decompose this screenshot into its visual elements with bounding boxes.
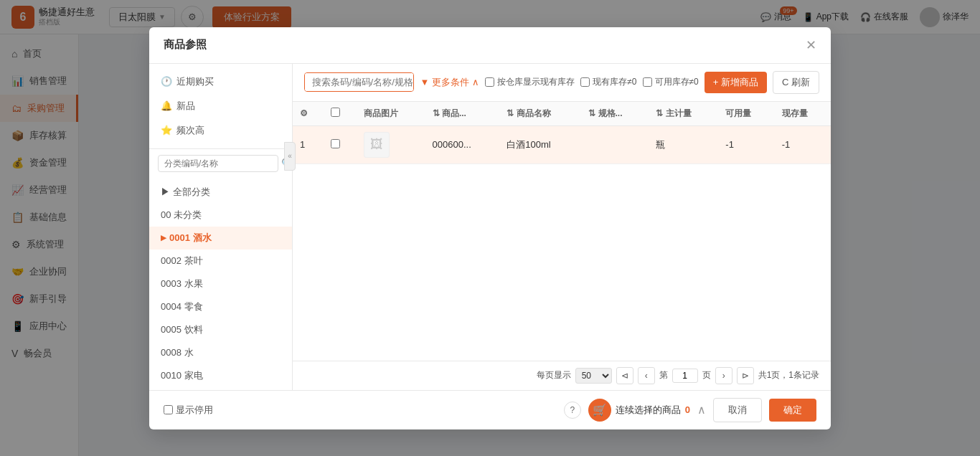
- tab-frequent-label: 频次高: [176, 124, 204, 137]
- collapse-panel-button[interactable]: «: [284, 142, 293, 171]
- col-settings[interactable]: ⚙: [293, 102, 324, 126]
- sort-unit-icon: ⇅: [656, 108, 663, 118]
- col-checkbox[interactable]: [324, 102, 357, 126]
- col-code[interactable]: ⇅ 商品...: [425, 102, 500, 126]
- cat-item-0005[interactable]: 0005 饮料: [149, 318, 292, 341]
- available-nonzero-checkbox[interactable]: [643, 77, 652, 87]
- stock-nonzero-checkbox[interactable]: [580, 77, 590, 87]
- col-name[interactable]: ⇅ 商品名称: [499, 102, 581, 126]
- cart-area: 🛒 连续选择的商品 0: [588, 399, 690, 422]
- cat-0004-label: 0004 零食: [161, 300, 203, 313]
- cell-no: 1: [293, 125, 324, 163]
- col-image: 商品图片: [357, 102, 425, 126]
- cat-item-0004[interactable]: 0004 零食: [149, 295, 292, 318]
- total-info: 共1页，1条记录: [758, 369, 819, 381]
- sort-name-icon: ⇅: [507, 108, 514, 118]
- cell-stock: -1: [775, 125, 831, 163]
- cat-item-0002[interactable]: 0002 茶叶: [149, 250, 292, 272]
- warehouse-checkbox[interactable]: [485, 77, 494, 87]
- col-stock: 现存量: [775, 102, 831, 126]
- cat-arrow-icon: ▶: [161, 234, 166, 242]
- show-disabled-checkbox[interactable]: [164, 405, 173, 414]
- pagination-bar: 每页显示 50 10 20 100 ⊲ ‹ 第 页 › ⊳ 共1页，1条记录: [293, 361, 831, 390]
- cancel-button[interactable]: 取消: [713, 398, 762, 422]
- footer-left: 显示停用: [164, 404, 213, 417]
- product-thumbnail: 🖼: [364, 132, 390, 158]
- select-all-checkbox[interactable]: [331, 108, 340, 117]
- last-page-button[interactable]: ⊳: [737, 367, 754, 384]
- cat-0010-label: 0010 家电: [161, 369, 203, 382]
- category-list: ▶ 全部分类 00 未分类 ▶ 0001 酒水 0002 茶叶 0003 水果: [149, 178, 292, 390]
- per-page-select[interactable]: 50 10 20 100: [575, 368, 612, 384]
- modal-right-panel: 🔍 ▼ 更多条件 ∧ 按仓库显示现有库存 现有库存≠0: [293, 64, 831, 390]
- cat-item-00[interactable]: 00 未分类: [149, 204, 292, 227]
- page-suffix: 页: [702, 369, 711, 381]
- product-search-input[interactable]: [305, 73, 414, 91]
- cell-unit: 瓶: [649, 125, 718, 163]
- first-page-button[interactable]: ⊲: [616, 367, 633, 384]
- tab-recent-purchase[interactable]: 🕐 近期购买: [149, 70, 292, 94]
- cell-code: 000600...: [425, 125, 500, 163]
- cat-item-0010[interactable]: 0010 家电: [149, 364, 292, 387]
- product-table-container: ⚙ 商品图片 ⇅ 商品... ⇅: [293, 102, 831, 361]
- filter-label: 更多条件: [432, 76, 469, 89]
- available-nonzero-checkbox-label[interactable]: 可用库存≠0: [643, 76, 699, 88]
- category-search-area: 🔍: [149, 149, 292, 178]
- cat-item-all[interactable]: ▶ 全部分类: [149, 181, 292, 204]
- product-reference-modal: 商品参照 ✕ 🕐 近期购买 🔔 新品 ⭐ 频次高: [149, 27, 831, 429]
- cell-checkbox[interactable]: [324, 125, 357, 163]
- tab-frequent[interactable]: ⭐ 频次高: [149, 118, 292, 143]
- modal-close-button[interactable]: ✕: [806, 37, 816, 53]
- category-search-input[interactable]: [158, 155, 278, 172]
- warehouse-checkbox-label[interactable]: 按仓库显示现有库存: [485, 76, 575, 88]
- cart-text: 连续选择的商品: [616, 404, 681, 417]
- product-table: ⚙ 商品图片 ⇅ 商品... ⇅: [293, 102, 831, 164]
- cell-spec: [581, 125, 649, 163]
- col-unit[interactable]: ⇅ 主计量: [649, 102, 718, 126]
- cart-icon[interactable]: 🛒: [588, 399, 611, 422]
- modal-title: 商品参照: [164, 38, 207, 52]
- tab-new-products[interactable]: 🔔 新品: [149, 94, 292, 118]
- footer-right: ? 🛒 连续选择的商品 0 ∧ 取消 确定: [564, 398, 816, 422]
- modal-left-tabs: 🕐 近期购买 🔔 新品 ⭐ 频次高: [149, 64, 292, 149]
- stock-nonzero-checkbox-label[interactable]: 现有库存≠0: [580, 76, 636, 88]
- col-available: 可用量: [718, 102, 774, 126]
- modal-body: 🕐 近期购买 🔔 新品 ⭐ 频次高 «: [149, 64, 831, 390]
- cell-available: -1: [718, 125, 774, 163]
- tab-recent-label: 近期购买: [176, 75, 214, 88]
- show-disabled-label[interactable]: 显示停用: [164, 404, 213, 417]
- help-button[interactable]: ?: [564, 402, 581, 419]
- cat-all-label: ▶ 全部分类: [161, 186, 210, 199]
- modal-overlay: 商品参照 ✕ 🕐 近期购买 🔔 新品 ⭐ 频次高: [0, 0, 980, 456]
- per-page-label: 每页显示: [537, 369, 571, 381]
- next-page-button[interactable]: ›: [715, 367, 732, 384]
- refresh-button[interactable]: C 刷新: [773, 71, 819, 94]
- confirm-button[interactable]: 确定: [769, 399, 816, 422]
- collapse-footer-button[interactable]: ∧: [697, 403, 706, 417]
- frequent-icon: ⭐: [161, 125, 172, 136]
- page-prefix: 第: [659, 369, 668, 381]
- product-search-bar: 🔍: [304, 72, 414, 92]
- current-page-input[interactable]: [672, 369, 698, 383]
- new-icon: 🔔: [161, 100, 172, 111]
- more-filter-button[interactable]: ▼ 更多条件 ∧: [420, 76, 479, 89]
- cart-count: 0: [685, 404, 690, 415]
- modal-left-panel: 🕐 近期购买 🔔 新品 ⭐ 频次高 «: [149, 64, 293, 390]
- prev-page-button[interactable]: ‹: [638, 367, 655, 384]
- sort-up-icon: ⇅: [433, 108, 440, 118]
- table-row[interactable]: 1 🖼 000600... 白酒100ml 瓶 -1 -1: [293, 125, 831, 163]
- cell-name: 白酒100ml: [499, 125, 581, 163]
- filter-icon: ▼: [420, 77, 429, 87]
- cat-0005-label: 0005 饮料: [161, 323, 203, 336]
- cat-item-0003[interactable]: 0003 水果: [149, 272, 292, 295]
- row-checkbox[interactable]: [331, 139, 340, 148]
- cat-item-0008[interactable]: 0008 水: [149, 341, 292, 364]
- cell-image: 🖼: [357, 125, 425, 163]
- table-body: 1 🖼 000600... 白酒100ml 瓶 -1 -1: [293, 125, 831, 163]
- available-nonzero-label: 可用库存≠0: [655, 76, 699, 88]
- cat-item-0001[interactable]: ▶ 0001 酒水: [149, 227, 292, 250]
- col-spec[interactable]: ⇅ 规格...: [581, 102, 649, 126]
- filter-arrow-icon: ∧: [472, 77, 479, 87]
- add-product-button[interactable]: + 新增商品: [705, 72, 767, 93]
- modal-header: 商品参照 ✕: [149, 27, 831, 64]
